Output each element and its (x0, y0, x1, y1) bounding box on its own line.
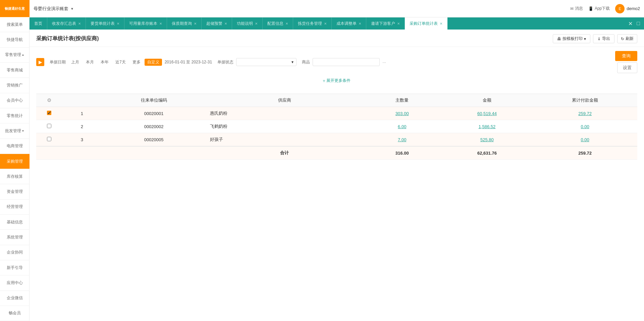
settings-icon[interactable]: ⚙ (47, 97, 51, 103)
tab-close-icon[interactable]: ✕ (359, 22, 361, 25)
setting-button[interactable]: 设置 (617, 62, 637, 73)
app-download-button[interactable]: 📱 App下载 (588, 6, 610, 11)
tab-baozhi[interactable]: 保质期查询 ✕ (167, 17, 202, 30)
this-year-button[interactable]: 本年 (98, 59, 111, 66)
tab-close-icon[interactable]: ✕ (285, 22, 288, 25)
tab-peizhi[interactable]: 配置信息 ✕ (263, 17, 293, 30)
tab-kuyun[interactable]: 可用量库存账本 ✕ (124, 17, 167, 30)
7days-button[interactable]: 近7天 (113, 59, 128, 66)
tab-label: 邀请下游客户 (371, 21, 395, 26)
sidebar-item-newguide[interactable]: 新手引导 (0, 260, 30, 275)
tab-close-icon[interactable]: ✕ (224, 22, 227, 25)
sidebar-item-label: 基础信息 (7, 219, 23, 225)
sidebar-item-label: 企业协同 (7, 250, 23, 255)
sidebar-item-member2[interactable]: 畅会员 (0, 306, 30, 321)
sidebar-item-marketing[interactable]: 营销推广 (0, 78, 30, 93)
row-check[interactable] (36, 120, 62, 133)
select-dropdown-icon: ▾ (291, 60, 293, 64)
tab-home[interactable]: 首页 (30, 17, 47, 30)
row-checkbox[interactable] (47, 111, 51, 115)
row-check[interactable] (36, 133, 62, 147)
sidebar-item-basic[interactable]: 基础信息 (0, 215, 30, 230)
filter-area: ▶ 单据日期 上月 本月 本年 近7天 更多 自定义 2016- (30, 47, 644, 92)
tab-gongneng[interactable]: 功能说明 ✕ (232, 17, 263, 30)
row-qty[interactable]: 7.00 (363, 133, 441, 147)
row-qty[interactable]: 303.00 (363, 107, 441, 120)
summary-empty2 (62, 146, 102, 160)
tab-yaoqing[interactable]: 邀请下游客户 ✕ (366, 17, 405, 30)
tab-close-icon[interactable]: ✕ (117, 22, 119, 25)
filter-toggle-button[interactable]: ▶ (36, 58, 44, 66)
expand-more-button[interactable]: ▿ 展开更多条件 (36, 75, 637, 86)
sidebar-item-appcenter[interactable]: 应用中心 (0, 275, 30, 290)
sidebar-item-wholesale[interactable]: 批发管理 ▼ (0, 123, 30, 139)
row-paid[interactable]: 0.00 (533, 120, 637, 133)
tab-close-icon[interactable]: ✕ (255, 22, 258, 25)
last-month-button[interactable]: 上月 (68, 59, 82, 66)
row-amount[interactable]: 60,519.44 (441, 107, 533, 120)
goods-input[interactable] (313, 58, 380, 66)
tab-label: 拣货任务管理 (298, 21, 322, 26)
goods-more-icon[interactable]: ··· (382, 60, 386, 65)
col-header-paid: 累计付款金额 (533, 94, 637, 107)
tab-caigou[interactable]: 采购订单统计表 ✕ (405, 17, 447, 30)
tab-close-icon[interactable]: ✕ (78, 22, 81, 25)
tab-close-all-icon[interactable]: ✕ (627, 20, 634, 28)
summary-empty1 (36, 146, 62, 160)
sidebar-item-retail-mall[interactable]: 零售商城 (0, 63, 30, 78)
sidebar-item-enterprise[interactable]: 企业协同 (0, 245, 30, 260)
tab-expand-icon[interactable]: □ (635, 20, 641, 27)
row-paid[interactable]: 0.00 (533, 133, 637, 147)
tab-close-icon[interactable]: ✕ (194, 22, 197, 25)
row-qty[interactable]: 6.00 (363, 120, 441, 133)
sidebar-item-label: 新手引导 (7, 265, 23, 271)
user-menu[interactable]: E demo2 (615, 4, 640, 13)
export-button[interactable]: ⇓ 导出 (593, 34, 614, 43)
table-footer: 合计 316.00 62,631.76 259.72 (36, 146, 637, 160)
sidebar-item-purchase[interactable]: 采购管理 (0, 154, 30, 169)
workspace-dropdown-icon[interactable]: ▾ (71, 6, 73, 11)
sidebar-item-ecommerce[interactable]: 电商管理 (0, 139, 30, 154)
table-row: 1 00020001 惠氏奶粉 303.00 60,519.44 259.72 (36, 107, 637, 120)
sidebar-item-label: 电商管理 (7, 143, 23, 149)
row-amount[interactable]: 1,586.52 (441, 120, 533, 133)
sidebar-item-operation[interactable]: 经营管理 (0, 200, 30, 215)
refresh-button[interactable]: ↻ 刷新 (617, 34, 637, 43)
sidebar-item-inventory[interactable]: 库存核算 (0, 169, 30, 184)
tab-chaochui[interactable]: 超储预警 ✕ (202, 17, 232, 30)
sidebar-item-retail-stat[interactable]: 零售统计 (0, 108, 30, 123)
tab-label: 收发存汇总表 (52, 21, 76, 26)
query-button[interactable]: 查询 (615, 51, 637, 61)
row-amount[interactable]: 525.80 (441, 133, 533, 147)
more-date-button[interactable]: 更多 (130, 59, 143, 66)
tab-close-icon[interactable]: ✕ (324, 22, 327, 25)
sidebar-item-member[interactable]: 会员中心 (0, 93, 30, 108)
tab-pengkuo[interactable]: 拣货任务管理 ✕ (293, 17, 332, 30)
row-check[interactable] (36, 107, 62, 120)
table-row: 3 00020005 好孩子 7.00 525.80 0.00 (36, 133, 637, 147)
tab-shoufa[interactable]: 收发存汇总表 ✕ (47, 17, 86, 30)
sidebar-item-finance[interactable]: 资金管理 (0, 184, 30, 199)
row-checkbox[interactable] (47, 137, 51, 141)
sidebar-item-search[interactable]: 搜索菜单 (0, 17, 30, 32)
workspace-title: 母婴行业演示账套 (34, 6, 68, 12)
row-no: 2 (62, 120, 102, 133)
sidebar-item-quicknav[interactable]: 快捷导航 (0, 32, 30, 47)
tab-yaohuo[interactable]: 要货单统计表 ✕ (86, 17, 124, 30)
message-button[interactable]: ✉ 消息 (570, 6, 583, 11)
status-select[interactable]: ▾ (236, 58, 297, 66)
print-button[interactable]: 🖶 按模板打印 ▾ (553, 34, 590, 43)
custom-date-button[interactable]: 自定义 (145, 59, 162, 66)
col-header-no (62, 94, 102, 107)
tab-close-icon[interactable]: ✕ (397, 22, 400, 25)
tab-close-icon[interactable]: ✕ (440, 22, 442, 25)
sidebar-item-wechat[interactable]: 企业微信 (0, 291, 30, 306)
table-container: ⚙ 往来单位编码 供应商 主数量 (30, 94, 644, 160)
row-paid[interactable]: 259.72 (533, 107, 637, 120)
tab-close-icon[interactable]: ✕ (159, 22, 162, 25)
this-month-button[interactable]: 本月 (83, 59, 97, 66)
row-checkbox[interactable] (47, 124, 51, 128)
sidebar-item-retail[interactable]: 零售管理 ▲ (0, 48, 30, 63)
sidebar-item-system[interactable]: 系统管理 (0, 230, 30, 245)
tab-chengben[interactable]: 成本调整单 ✕ (332, 17, 366, 30)
